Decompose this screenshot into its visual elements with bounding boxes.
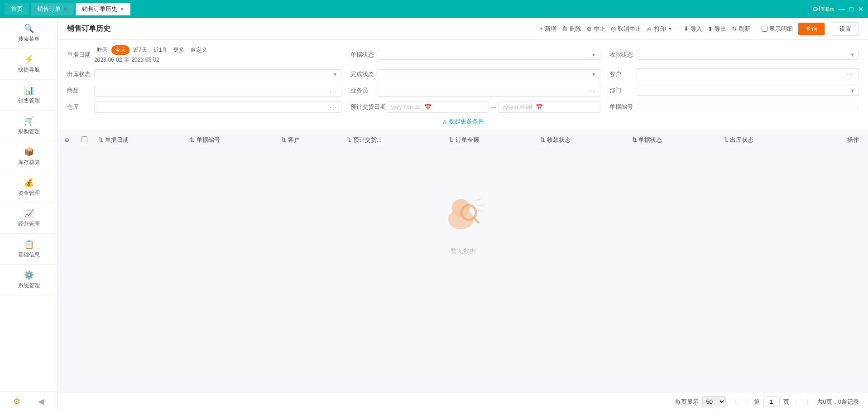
export-icon: ⬆	[708, 25, 713, 32]
content-area: 销售订单历史 + 新增 🗑 删除 ⊘ 中止 ◎ 取消中止	[58, 18, 868, 411]
import-label: 导入	[691, 25, 702, 33]
date-btn-yesterday[interactable]: 昨天	[94, 45, 110, 55]
tab-sales-order[interactable]: 销售订单 ✕	[31, 3, 74, 15]
print-arrow: ▼	[668, 26, 672, 31]
print-button[interactable]: 🖨 打印 ▼	[647, 25, 672, 33]
salesperson-input[interactable]: ···	[378, 85, 600, 97]
delivery-date-end[interactable]: yyyy-mm-dd 📅	[499, 102, 600, 113]
refresh-button[interactable]: ↻ 刷新	[732, 25, 750, 33]
system-mgmt-icon: ⚙️	[24, 270, 34, 280]
sidebar-item-basic-info[interactable]: 📋 基础信息	[0, 234, 58, 265]
new-label: 新增	[545, 25, 556, 33]
th-doc-no: ⇅ 单据编号	[184, 131, 276, 149]
sidebar-item-purchase-mgmt[interactable]: 🛒 采购管理	[0, 111, 58, 141]
th-shipment-status-label: ⇅ 出库状态	[724, 136, 754, 143]
filter-delivery-date-item: 预计交货日期 yyyy-mm-dd 📅 — yyyy-mm-dd 📅	[350, 102, 600, 113]
delivery-date-start[interactable]: yyyy-mm-dd 📅	[387, 102, 489, 113]
filter-completion-status-item: 完成状态 ▼	[350, 69, 600, 79]
receipt-status-select[interactable]: ▼	[637, 50, 859, 60]
filter-doc-no-item: 单据编号	[609, 103, 859, 111]
completion-status-select[interactable]: ▼	[378, 69, 600, 79]
inventory-icon: 📦	[24, 147, 34, 157]
tab-sales-order-history[interactable]: 销售订单历史 ✕	[76, 3, 130, 15]
doc-status-arrow: ▼	[591, 52, 596, 58]
customer-input[interactable]: ···	[637, 68, 859, 80]
sidebar-item-quick-nav[interactable]: ⚡ 快捷导航	[0, 49, 58, 80]
filter-date-item: 单据日期 昨天 今天 近7天 近1月 更多 自定义 2023-06-02 至	[67, 45, 341, 64]
import-icon: ⬇	[684, 25, 689, 32]
department-select[interactable]: ▼	[637, 86, 859, 96]
cancel-stop-button[interactable]: ◎ 取消中止	[611, 25, 641, 33]
page-input[interactable]	[763, 396, 780, 407]
date-btn-1month[interactable]: 近1月	[151, 45, 170, 55]
th-date: ⇅ 单据日期	[93, 131, 184, 149]
tab-sales-order-history-label: 销售订单历史	[82, 5, 117, 13]
table-scroll[interactable]: ⚙ ⇅ 单据日期 ⇅ 单据编号	[58, 131, 868, 392]
setting-button[interactable]: 设置	[832, 22, 859, 36]
maximize-btn[interactable]: □	[850, 5, 854, 13]
date-btn-custom[interactable]: 自定义	[188, 45, 210, 55]
search-menu-icon: 🔍	[24, 24, 34, 34]
customer-dots: ···	[847, 71, 855, 78]
sidebar-item-operations[interactable]: 📈 经营管理	[0, 203, 58, 234]
svg-line-4	[475, 199, 481, 201]
th-date-label: ⇅ 单据日期	[98, 136, 129, 143]
collapse-row[interactable]: ∧ 收起更多条件	[67, 117, 859, 126]
date-range-start: 2023-06-02	[94, 57, 122, 63]
import-button[interactable]: ⬇ 导入	[684, 25, 702, 33]
select-all-checkbox[interactable]	[82, 136, 87, 142]
date-inputs: 2023-06-02 至 2023-06-02	[94, 56, 341, 64]
doc-status-label: 单据状态	[350, 51, 378, 59]
doc-no-input[interactable]	[637, 105, 859, 109]
quick-nav-icon: ⚡	[24, 54, 34, 64]
minimize-btn[interactable]: —	[839, 5, 845, 13]
sidebar-item-system-mgmt[interactable]: ⚙️ 系统管理	[0, 265, 58, 295]
total-text: 共0页，0条记录	[817, 398, 859, 406]
sidebar-item-inventory-label: 库存核算	[18, 159, 40, 166]
sidebar-item-search-menu[interactable]: 🔍 搜索菜单	[0, 18, 58, 49]
doc-no-label: 单据编号	[609, 103, 637, 111]
tab-home[interactable]: 首页	[5, 3, 29, 15]
sidebar-item-sales-mgmt[interactable]: 📊 销售管理	[0, 80, 58, 111]
display-detail-toggle[interactable]: 显示明细	[762, 25, 793, 33]
sidebar-bottom: ⚙ ◀	[0, 392, 58, 411]
sidebar-item-inventory[interactable]: 📦 库存核算	[0, 141, 58, 172]
doc-status-select[interactable]: ▼	[378, 50, 600, 60]
goods-input[interactable]: ···	[94, 85, 341, 97]
filter-row-3: 商品 ··· 业务员 ··· 部门	[67, 85, 859, 97]
th-check[interactable]	[76, 131, 93, 149]
sidebar-settings-icon[interactable]: ⚙	[13, 396, 20, 406]
divider-2	[756, 25, 756, 33]
query-button[interactable]: 查询	[798, 23, 825, 35]
sidebar-item-finance[interactable]: 💰 资金管理	[0, 172, 58, 203]
divider-1	[678, 25, 678, 33]
first-page-btn[interactable]: 《	[729, 397, 739, 407]
next-page-btn[interactable]: 〉	[793, 397, 802, 407]
new-button[interactable]: + 新增	[540, 25, 557, 33]
date-btn-today[interactable]: 今天	[111, 45, 129, 55]
page-size-select[interactable]: 10 20 50 100	[702, 396, 726, 407]
close-btn[interactable]: ✕	[858, 5, 863, 13]
shipment-status-select[interactable]: ▼	[94, 69, 341, 79]
th-delivery-date-label: ⇅ 预计交货...	[346, 136, 381, 143]
sidebar-collapse-icon[interactable]: ◀	[38, 396, 44, 406]
salesperson-label: 业务员	[350, 87, 378, 95]
display-detail-checkbox[interactable]	[762, 26, 767, 32]
top-bar: 首页 销售订单 ✕ 销售订单历史 ✕ OfTEn — □ ✕	[0, 0, 868, 18]
th-doc-no-label: ⇅ 单据编号	[190, 136, 220, 143]
empty-text: 暂无数据	[451, 247, 476, 255]
new-icon: +	[540, 25, 543, 32]
stop-button[interactable]: ⊘ 中止	[587, 25, 605, 33]
date-btn-more[interactable]: 更多	[171, 45, 187, 55]
th-settings[interactable]: ⚙	[58, 131, 76, 149]
last-page-btn[interactable]: 》	[804, 397, 814, 407]
export-button[interactable]: ⬆ 导出	[708, 25, 726, 33]
sidebar-item-quick-nav-label: 快捷导航	[18, 66, 40, 74]
tab-sales-order-close[interactable]: ✕	[63, 6, 67, 12]
warehouse-input[interactable]: ···	[94, 101, 341, 113]
delete-button[interactable]: 🗑 删除	[562, 25, 581, 33]
date-btn-7days[interactable]: 近7天	[130, 45, 150, 55]
filter-warehouse-item: 仓库 ···	[67, 101, 341, 113]
prev-page-btn[interactable]: 〈	[741, 397, 750, 407]
tab-sales-order-history-close[interactable]: ✕	[120, 6, 124, 12]
